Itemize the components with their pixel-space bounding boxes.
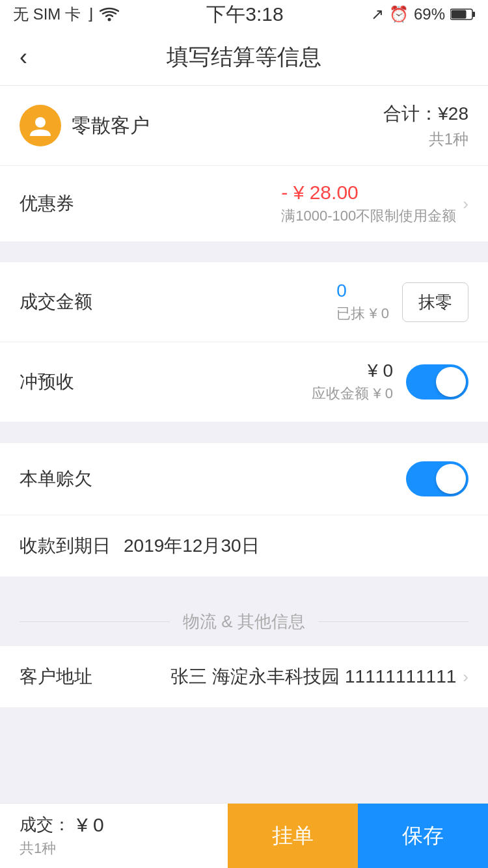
advance-right: ¥ 0 应收金额 ¥ 0 bbox=[312, 360, 468, 403]
status-time: 下午3:18 bbox=[206, 1, 283, 28]
debt-row: 本单赊欠 bbox=[0, 443, 488, 515]
carrier-text: 无 SIM 卡 bbox=[13, 4, 81, 25]
footer-bar: 成交： ¥ 0 共1种 挂单 保存 bbox=[0, 803, 488, 868]
footer-deal-label: 成交： bbox=[20, 813, 70, 836]
section-divider-1 bbox=[0, 252, 488, 262]
debt-section: 本单赊欠 收款到期日 2019年12月30日 bbox=[0, 443, 488, 576]
address-row[interactable]: 客户地址 张三 海淀永丰科技园 11111111111 › bbox=[0, 646, 488, 707]
customer-row: 零散客户 合计：¥28 共1种 bbox=[0, 86, 488, 165]
deal-amount-right: 0 已抹 ¥ 0 抹零 bbox=[336, 280, 468, 323]
wifi-icon: ⌋ bbox=[87, 5, 93, 23]
debt-toggle[interactable] bbox=[406, 461, 468, 496]
address-right: 张三 海淀永丰科技园 11111111111 › bbox=[170, 664, 468, 689]
customer-count: 共1种 bbox=[383, 129, 468, 150]
coupon-discount: - ¥ 28.00 bbox=[281, 182, 456, 204]
battery-icon bbox=[450, 8, 475, 21]
coupon-info: - ¥ 28.00 满1000-100不限制使用金额 bbox=[281, 182, 456, 226]
svg-point-4 bbox=[35, 117, 46, 128]
svg-rect-3 bbox=[451, 10, 466, 19]
advance-toggle[interactable] bbox=[406, 364, 468, 400]
coupon-label: 优惠券 bbox=[20, 191, 74, 216]
address-chevron-icon: › bbox=[463, 667, 468, 687]
status-right: ↗ ⏰ 69% bbox=[371, 5, 475, 23]
due-date-value: 2019年12月30日 bbox=[124, 534, 260, 558]
debt-label: 本单赊欠 bbox=[20, 467, 92, 491]
round-zero-button[interactable]: 抹零 bbox=[402, 282, 468, 322]
logistics-header: 物流 & 其他信息 bbox=[0, 597, 488, 646]
coupon-sub-text: 满1000-100不限制使用金额 bbox=[281, 206, 456, 226]
customer-name: 零散客户 bbox=[72, 113, 150, 139]
content-area: 零散客户 合计：¥28 共1种 优惠券 - ¥ 28.00 满1000-100不… bbox=[0, 86, 488, 868]
divider-line-right bbox=[318, 621, 468, 622]
customer-section: 零散客户 合计：¥28 共1种 优惠券 - ¥ 28.00 满1000-100不… bbox=[0, 86, 488, 241]
back-button[interactable]: ‹ bbox=[20, 44, 27, 71]
address-label: 客户地址 bbox=[20, 664, 92, 689]
advance-label: 冲预收 bbox=[20, 370, 74, 394]
divider-line-left bbox=[20, 621, 170, 622]
coupon-row[interactable]: 优惠券 - ¥ 28.00 满1000-100不限制使用金额 › bbox=[0, 165, 488, 241]
status-bar: 无 SIM 卡 ⌋ 下午3:18 ↗ ⏰ 69% bbox=[0, 0, 488, 29]
save-button[interactable]: 保存 bbox=[358, 804, 488, 869]
deal-amount-value: 0 bbox=[336, 280, 389, 301]
address-value: 张三 海淀永丰科技园 11111111111 bbox=[170, 664, 456, 689]
footer-label-col: 成交： ¥ 0 共1种 bbox=[20, 813, 104, 858]
advance-amount: ¥ 0 应收金额 ¥ 0 bbox=[312, 360, 393, 403]
chevron-right-icon: › bbox=[463, 194, 468, 214]
due-date-label: 收款到期日 bbox=[20, 534, 111, 558]
deal-amount-values: 0 已抹 ¥ 0 bbox=[336, 280, 389, 323]
logistics-divider bbox=[0, 587, 488, 597]
wifi-signal-icon bbox=[100, 7, 119, 21]
alarm-icon: ⏰ bbox=[389, 5, 409, 23]
logistics-title: 物流 & 其他信息 bbox=[170, 610, 318, 633]
deal-amount-section: 成交金额 0 已抹 ¥ 0 抹零 冲预收 ¥ 0 应收金额 ¥ 0 bbox=[0, 262, 488, 422]
advance-value: ¥ 0 bbox=[312, 360, 393, 381]
section-divider-2 bbox=[0, 433, 488, 443]
coupon-right: - ¥ 28.00 满1000-100不限制使用金额 › bbox=[281, 182, 468, 226]
deal-amount-label: 成交金额 bbox=[20, 290, 92, 314]
advance-sub: 应收金额 ¥ 0 bbox=[312, 384, 393, 403]
customer-right: 合计：¥28 共1种 bbox=[383, 102, 468, 150]
deal-amount-row: 成交金额 0 已抹 ¥ 0 抹零 bbox=[0, 262, 488, 342]
customer-avatar bbox=[20, 105, 61, 146]
footer-count: 共1种 bbox=[20, 839, 104, 858]
advance-row: 冲预收 ¥ 0 应收金额 ¥ 0 bbox=[0, 342, 488, 422]
location-icon: ↗ bbox=[371, 5, 384, 23]
due-date-row: 收款到期日 2019年12月30日 bbox=[0, 515, 488, 576]
battery-text: 69% bbox=[414, 5, 445, 23]
nav-bar: ‹ 填写结算等信息 bbox=[0, 29, 488, 86]
deal-amount-sub: 已抹 ¥ 0 bbox=[336, 304, 389, 323]
page-title: 填写结算等信息 bbox=[167, 42, 321, 72]
customer-total: 合计：¥28 bbox=[383, 102, 468, 126]
footer-amount: ¥ 0 bbox=[77, 814, 104, 836]
hang-button[interactable]: 挂单 bbox=[228, 804, 358, 869]
status-left: 无 SIM 卡 ⌋ bbox=[13, 4, 119, 25]
svg-rect-2 bbox=[472, 12, 475, 17]
svg-point-0 bbox=[108, 18, 111, 21]
customer-left: 零散客户 bbox=[20, 105, 150, 146]
footer-info: 成交： ¥ 0 共1种 bbox=[0, 813, 228, 858]
